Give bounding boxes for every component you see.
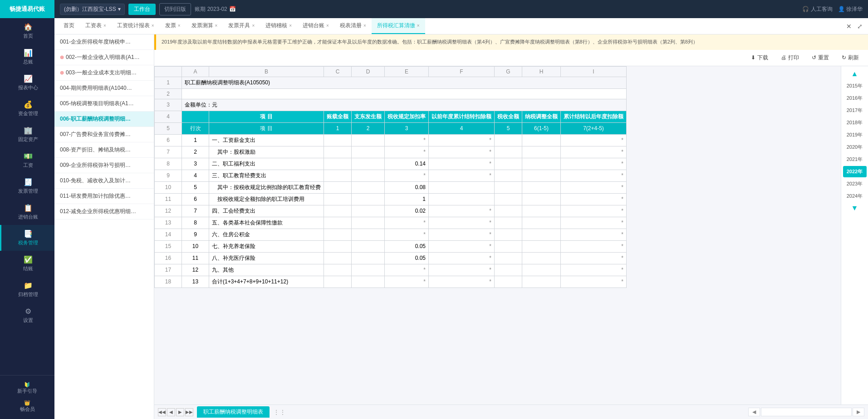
- row7-f[interactable]: *: [429, 146, 495, 158]
- tab-invoice[interactable]: 发票 ×: [160, 18, 186, 34]
- row8-e[interactable]: 0.14: [385, 158, 429, 170]
- row16-g[interactable]: [495, 252, 522, 264]
- tab-invoice-open[interactable]: 发票开具 ×: [223, 18, 260, 34]
- row14-h[interactable]: [522, 229, 561, 240]
- tab-close-salary[interactable]: ×: [103, 23, 106, 28]
- year-2021[interactable]: 2021年: [843, 154, 867, 165]
- tab-close-verify[interactable]: ×: [289, 23, 292, 28]
- row7-idx[interactable]: 2: [182, 146, 209, 158]
- row9-i[interactable]: *: [561, 170, 627, 181]
- print-button[interactable]: 🖨 打印: [777, 53, 803, 63]
- row10-idx[interactable]: 5: [182, 181, 209, 193]
- row17-f[interactable]: *: [429, 264, 495, 276]
- row13-h[interactable]: [522, 217, 561, 229]
- year-nav-up[interactable]: ▲: [849, 68, 860, 80]
- row18-idx[interactable]: 13: [182, 276, 209, 287]
- row18-g[interactable]: [495, 276, 522, 287]
- row9-idx[interactable]: 4: [182, 170, 209, 181]
- row17-h[interactable]: [522, 264, 561, 276]
- row7-h[interactable]: [522, 146, 561, 158]
- row6-g[interactable]: [495, 134, 522, 146]
- row18-i[interactable]: *: [561, 276, 627, 287]
- tab-salary-table[interactable]: 工资表 ×: [80, 18, 112, 34]
- tab-close-salary-report[interactable]: ×: [152, 23, 154, 28]
- tab-close-invoice-open[interactable]: ×: [252, 23, 255, 28]
- row13-c[interactable]: [324, 217, 352, 229]
- row8-d[interactable]: [352, 158, 385, 170]
- row9-d[interactable]: [352, 170, 385, 181]
- row11-h[interactable]: [522, 193, 561, 205]
- row7-d[interactable]: [352, 146, 385, 158]
- row12-idx[interactable]: 7: [182, 205, 209, 217]
- row16-f[interactable]: *: [429, 252, 495, 264]
- row18-label[interactable]: 合计(1+3+4+7+8+9+10+11+12): [209, 276, 324, 287]
- workspace-button[interactable]: 工作台: [128, 4, 156, 15]
- support-link[interactable]: 🎧 人工客询: [802, 5, 832, 13]
- sidebar-item-fixed[interactable]: 🏢 固定资产: [0, 122, 54, 147]
- refresh-button[interactable]: ↻ 刷新: [838, 53, 863, 63]
- row17-e[interactable]: *: [385, 264, 429, 276]
- row12-d[interactable]: [352, 205, 385, 217]
- sidebar-item-archive[interactable]: 📁 归档管理: [0, 277, 54, 302]
- row9-e[interactable]: *: [385, 170, 429, 181]
- tab-salary-report[interactable]: 工资统计报表 ×: [112, 18, 160, 34]
- tab-close-sales-ledger[interactable]: ×: [326, 23, 329, 28]
- row11-idx[interactable]: 6: [182, 193, 209, 205]
- sidebar-item-member[interactable]: 👑 畅会员: [2, 397, 53, 415]
- row17-idx[interactable]: 12: [182, 264, 209, 276]
- row16-i[interactable]: *: [561, 252, 627, 264]
- row8-idx[interactable]: 3: [182, 158, 209, 170]
- row15-e[interactable]: 0.05: [385, 240, 429, 252]
- bottom-sheet-tab[interactable]: 职工薪酬纳税调整明细表: [197, 406, 270, 418]
- row12-g[interactable]: [495, 205, 522, 217]
- row18-c[interactable]: [324, 276, 352, 287]
- row9-h[interactable]: [522, 170, 561, 181]
- row6-label[interactable]: 一、工资薪金支出: [209, 134, 324, 146]
- list-item-007[interactable]: 007-广告费和业务宣传费摊…: [54, 127, 154, 142]
- row12-f[interactable]: *: [429, 205, 495, 217]
- sheet-nav-first[interactable]: ◀◀: [158, 408, 166, 416]
- row11-f[interactable]: [429, 193, 495, 205]
- row16-e[interactable]: 0.05: [385, 252, 429, 264]
- tab-sales-ledger[interactable]: 进销台账 ×: [297, 18, 334, 34]
- row16-h[interactable]: [522, 252, 561, 264]
- row7-e[interactable]: *: [385, 146, 429, 158]
- row11-i[interactable]: *: [561, 193, 627, 205]
- row13-label[interactable]: 五、各类基本社会保障性缴款: [209, 217, 324, 229]
- sidebar-item-sales[interactable]: 📋 进销台账: [0, 199, 54, 225]
- row13-idx[interactable]: 8: [182, 217, 209, 229]
- year-2017[interactable]: 2017年: [843, 105, 867, 116]
- row18-e[interactable]: *: [385, 276, 429, 287]
- row8-c[interactable]: [324, 158, 352, 170]
- spreadsheet-container[interactable]: A B C D E F G H I: [154, 66, 841, 404]
- year-2023[interactable]: 2023年: [843, 178, 867, 190]
- row8-g[interactable]: [495, 158, 522, 170]
- row8-f[interactable]: *: [429, 158, 495, 170]
- row15-i[interactable]: *: [561, 240, 627, 252]
- row12-h[interactable]: [522, 205, 561, 217]
- row10-h[interactable]: [522, 181, 561, 193]
- row15-label[interactable]: 七、补充养老保险: [209, 240, 324, 252]
- scroll-bar[interactable]: [761, 408, 852, 416]
- row8-h[interactable]: [522, 158, 561, 170]
- row14-label[interactable]: 六、住房公积金: [209, 229, 324, 240]
- row10-e[interactable]: 0.08: [385, 181, 429, 193]
- row11-e[interactable]: 1: [385, 193, 429, 205]
- row10-c[interactable]: [324, 181, 352, 193]
- row7-i[interactable]: *: [561, 146, 627, 158]
- list-item-012[interactable]: 012-减免企业所得税优惠明细…: [54, 204, 154, 219]
- row6-e[interactable]: *: [385, 134, 429, 146]
- list-item-009[interactable]: 009-企业所得税弥补亏损明…: [54, 158, 154, 173]
- row14-idx[interactable]: 9: [182, 229, 209, 240]
- year-2018[interactable]: 2018年: [843, 117, 867, 128]
- history-button[interactable]: 切到旧版: [159, 3, 191, 15]
- tab-close-tax-settlement[interactable]: ×: [417, 23, 420, 28]
- row16-idx[interactable]: 11: [182, 252, 209, 264]
- list-item-003[interactable]: ⊗ 003-一般企业成本支出明细…: [54, 65, 154, 81]
- row9-label[interactable]: 三、职工教育经费支出: [209, 170, 324, 181]
- tab-tax-settlement[interactable]: 所得税汇算清缴 ×: [372, 18, 425, 34]
- tab-close-invoice[interactable]: ×: [178, 23, 181, 28]
- reset-button[interactable]: ↺ 重置: [808, 53, 833, 63]
- tab-home[interactable]: 首页: [58, 18, 80, 34]
- row12-e[interactable]: 0.02: [385, 205, 429, 217]
